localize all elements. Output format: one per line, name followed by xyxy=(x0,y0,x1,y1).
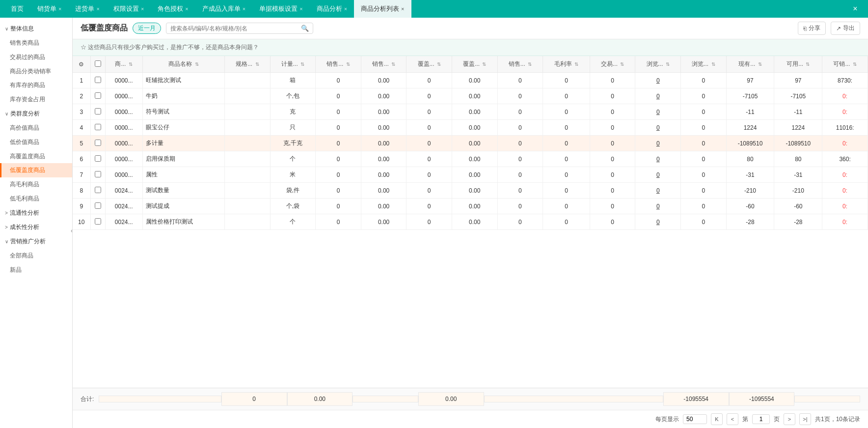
sidebar-item-all-products[interactable]: 全部商品 xyxy=(0,249,72,263)
nav-close-analysis[interactable]: × xyxy=(344,0,347,18)
th-sales3[interactable]: 销售... ⇅ xyxy=(497,56,543,73)
row-browse1[interactable]: 0 xyxy=(635,183,681,199)
th-sales-qty[interactable]: 销售... ⇅ xyxy=(316,56,361,73)
nav-finished-goods[interactable]: 产成品入库单 × xyxy=(195,0,252,18)
nav-home[interactable]: 首页 xyxy=(4,0,30,18)
sidebar-section-overall[interactable]: ∨ 整体信息 xyxy=(0,22,72,36)
th-spec[interactable]: 规格... ⇅ xyxy=(225,56,271,73)
row-browse1[interactable]: 0 xyxy=(635,214,681,230)
sidebar-item-high-value[interactable]: 高价值商品 xyxy=(0,121,72,135)
nav-close-analysis-list[interactable]: × xyxy=(401,0,404,18)
row-checkbox-cell[interactable] xyxy=(90,136,105,151)
prev-page-button[interactable]: < xyxy=(727,413,738,425)
page-size-select[interactable]: 50 20 100 xyxy=(683,414,707,424)
row-checkbox-cell[interactable] xyxy=(90,214,105,230)
th-saleable[interactable]: 可销... ⇅ xyxy=(822,56,868,73)
row-browse1[interactable]: 0 xyxy=(635,120,681,136)
export-button[interactable]: ↗ 导出 xyxy=(831,22,860,35)
th-name[interactable]: 商品名称 ⇅ xyxy=(142,56,224,73)
sidebar-item-stock-capital[interactable]: 库存资金占用 xyxy=(0,92,72,107)
nav-product-analysis-list[interactable]: 商品分析列表 × xyxy=(354,0,411,18)
sidebar-item-sales-products[interactable]: 销售类商品 xyxy=(0,36,72,50)
row-checkbox-cell[interactable] xyxy=(90,183,105,199)
th-profit-rate[interactable]: 毛利率 ⇅ xyxy=(543,56,590,73)
select-all-checkbox[interactable] xyxy=(95,60,101,67)
nav-permission-settings[interactable]: 权限设置 × xyxy=(107,0,151,18)
last-page-button[interactable]: >| xyxy=(799,413,811,425)
sidebar-section-marketing[interactable]: ∨ 营销推广分析 xyxy=(0,234,72,249)
row-checkbox[interactable] xyxy=(95,171,101,177)
nav-close-template[interactable]: × xyxy=(299,0,302,18)
row-browse1[interactable]: 0 xyxy=(635,73,681,88)
sidebar-item-high-profit[interactable]: 高毛利商品 xyxy=(0,177,72,192)
sidebar-item-category-turnover[interactable]: 商品分类动销率 xyxy=(0,64,72,79)
row-browse1[interactable]: 0 xyxy=(635,104,681,120)
th-cover1[interactable]: 覆盖... ⇅ xyxy=(407,56,452,73)
nav-purchase-order[interactable]: 进货单 × xyxy=(68,0,106,18)
th-trade[interactable]: 交易... ⇅ xyxy=(590,56,635,73)
search-input[interactable] xyxy=(170,25,299,32)
row-browse1[interactable]: 0 xyxy=(635,199,681,214)
th-code[interactable]: 商... ⇅ xyxy=(105,56,142,73)
row-browse1[interactable]: 0 xyxy=(635,167,681,183)
sidebar-collapse-button[interactable]: « xyxy=(68,223,73,238)
nav-template-settings[interactable]: 单据模板设置 × xyxy=(252,0,309,18)
sidebar-item-low-value[interactable]: 低价值商品 xyxy=(0,135,72,149)
nav-close-permission[interactable]: × xyxy=(141,0,144,18)
row-checkbox-cell[interactable] xyxy=(90,120,105,136)
th-current-stock[interactable]: 现有... ⇅ xyxy=(726,56,774,73)
nav-close-role[interactable]: × xyxy=(185,0,188,18)
row-saleable: 11016: xyxy=(822,120,868,136)
nav-role-auth[interactable]: 角色授权 × xyxy=(151,0,195,18)
row-browse1[interactable]: 0 xyxy=(635,88,681,104)
row-checkbox[interactable] xyxy=(95,92,101,99)
row-browse1[interactable]: 0 xyxy=(635,151,681,167)
nav-sales-order[interactable]: 销货单 × xyxy=(30,0,68,18)
sidebar-item-low-profit[interactable]: 低毛利商品 xyxy=(0,192,72,206)
window-close-button[interactable]: × xyxy=(846,0,864,18)
row-checkbox-cell[interactable] xyxy=(90,73,105,88)
row-checkbox[interactable] xyxy=(95,202,101,209)
row-checkbox[interactable] xyxy=(95,187,101,193)
share-button[interactable]: ⎗ 分享 xyxy=(798,22,826,35)
sidebar-item-low-coverage[interactable]: 低覆盖度商品 xyxy=(0,163,72,177)
table-container[interactable]: ⚙ 商... ⇅ 商品名称 ⇅ 规格... ⇅ 计量... ⇅ 销售... ⇅ … xyxy=(73,56,868,388)
th-browse2[interactable]: 浏览... ⇅ xyxy=(681,56,727,73)
row-checkbox-cell[interactable] xyxy=(90,167,105,183)
sidebar-item-traded-products[interactable]: 交易过的商品 xyxy=(0,50,72,64)
row-checkbox[interactable] xyxy=(95,155,101,162)
row-checkbox-cell[interactable] xyxy=(90,104,105,120)
row-checkbox[interactable] xyxy=(95,77,101,83)
page-number-input[interactable] xyxy=(752,414,770,424)
sidebar-section-cluster[interactable]: ∨ 类群度分析 xyxy=(0,107,72,121)
sidebar-item-stock-products[interactable]: 有库存的商品 xyxy=(0,78,72,92)
sidebar-section-growth[interactable]: > 成长性分析 xyxy=(0,220,72,234)
row-checkbox[interactable] xyxy=(95,140,101,146)
th-cover2[interactable]: 覆盖... ⇅ xyxy=(452,56,498,73)
row-checkbox[interactable] xyxy=(95,108,101,114)
row-checkbox[interactable] xyxy=(95,218,101,225)
row-checkbox-cell[interactable] xyxy=(90,88,105,104)
th-unit[interactable]: 计量... ⇅ xyxy=(270,56,316,73)
th-checkbox[interactable] xyxy=(90,56,105,73)
nav-product-analysis[interactable]: 商品分析 × xyxy=(310,0,354,18)
nav-close-purchase[interactable]: × xyxy=(96,0,99,18)
sidebar-item-high-coverage[interactable]: 高覆盖度商品 xyxy=(0,149,72,164)
row-browse1[interactable]: 0 xyxy=(635,136,681,151)
first-page-button[interactable]: K xyxy=(711,413,723,425)
row-profit-rate: 0 xyxy=(543,183,590,199)
sidebar-section-liquidity[interactable]: > 流通性分析 xyxy=(0,206,72,220)
th-settings[interactable]: ⚙ xyxy=(73,56,90,73)
next-page-button[interactable]: > xyxy=(784,413,795,425)
th-available[interactable]: 可用... ⇅ xyxy=(774,56,822,73)
row-cover2: 0.00 xyxy=(452,104,498,120)
th-sales-amt[interactable]: 销售... ⇅ xyxy=(361,56,407,73)
period-button[interactable]: 近一月 xyxy=(133,23,161,34)
nav-close-sales[interactable]: × xyxy=(58,0,61,18)
nav-close-finished[interactable]: × xyxy=(243,0,245,18)
row-checkbox-cell[interactable] xyxy=(90,199,105,214)
th-browse1[interactable]: 浏览... ⇅ xyxy=(635,56,681,73)
sidebar-item-new-products[interactable]: 新品 xyxy=(0,263,72,277)
row-checkbox[interactable] xyxy=(95,124,101,130)
row-checkbox-cell[interactable] xyxy=(90,151,105,167)
